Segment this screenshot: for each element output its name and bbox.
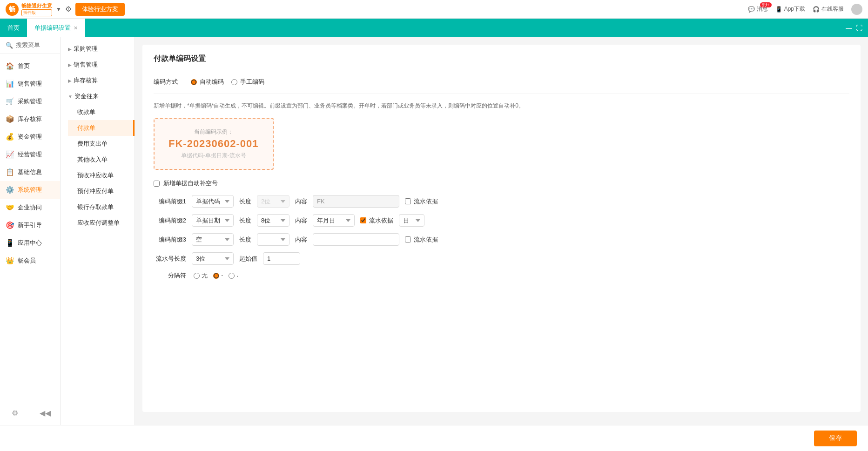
auto-zero-row: 新增单据自动补空号 [154,179,849,188]
prefix1-select[interactable]: 单据代码 [192,195,234,208]
basic-icon: 📋 [6,168,14,176]
tab-home-label: 首页 [7,24,20,32]
prefix3-content-label: 内容 [295,236,307,244]
settings-bottom-btn[interactable]: ⚙ [0,405,30,421]
gear-icon[interactable]: ⚙ [65,5,72,13]
sub-group-purchase-header[interactable]: ▶ 采购管理 [61,41,135,57]
sep-dash[interactable]: · [229,272,238,279]
message-item[interactable]: 💬 消息 99+ [748,5,768,13]
sidebar-item-operation[interactable]: 📈 经营管理 [0,146,60,163]
auto-zero-checkbox[interactable] [154,181,160,187]
service-icon: 🎧 [813,6,820,13]
sub-item-other-income[interactable]: 其他收入单 [68,152,135,168]
prefix3-content-input[interactable] [313,233,399,246]
sep-row: 分隔符 无 · · [154,271,849,280]
prefix1-stream-checkbox[interactable] [405,198,411,204]
operation-icon: 📈 [6,150,14,159]
sub-item-bank[interactable]: 银行存取款单 [68,199,135,215]
search-menu[interactable]: 🔍 搜索菜单 [0,37,60,54]
prefix2-len-select[interactable]: 8位 [257,214,289,227]
sep-options: 无 · · [194,271,238,280]
start-value-label: 起始值 [239,255,257,263]
sep-dash-radio[interactable] [229,273,235,279]
bottom-bar: 保存 [0,425,868,451]
sep-dot[interactable]: · [213,271,223,280]
sub-item-prepay-pay[interactable]: 预付冲应付单 [68,183,135,199]
prefix3-len-label: 长度 [239,236,251,244]
stream-len-select[interactable]: 3位 [192,252,234,265]
sep-dash-label: · [236,272,238,279]
prefix3-stream-check[interactable]: 流水依据 [405,236,438,244]
sep-none-radio[interactable] [194,273,200,279]
prefix2-len-label: 长度 [239,216,251,225]
logo-text: 畅捷通好生意 插件版 [21,2,52,16]
maximize-icon[interactable]: ⛶ [856,24,862,32]
sub-group-sales-header[interactable]: ▶ 销售管理 [61,57,135,73]
sub-group-sales: ▶ 销售管理 [61,57,135,73]
logo-icon: 畅 [6,3,19,16]
sub-item-adjustment[interactable]: 应收应付调整单 [68,215,135,231]
sep-none[interactable]: 无 [194,271,208,280]
inventory-arrow: ▶ [68,78,72,83]
manual-encode-label: 手工编码 [240,78,264,86]
sub-item-payment[interactable]: 付款单 [68,120,135,136]
prefix3-stream-checkbox[interactable] [405,236,411,242]
sep-dot-radio[interactable] [213,273,219,279]
tab-encoding-close[interactable]: ✕ [74,25,78,31]
sidebar-item-inventory[interactable]: 📦 库存核算 [0,110,60,128]
prefix2-day-select[interactable]: 日 [399,214,424,227]
purchase-icon: 🛒 [6,97,14,106]
topbar-right: 💬 消息 99+ 📱 App下载 🎧 在线客服 [748,4,862,15]
sub-group-capital: ▼ 资金往来 收款单 付款单 费用支出单 其他收入单 预收冲应收单 预付冲应付单… [61,88,135,231]
tab-home[interactable]: 首页 [0,19,27,37]
sub-item-receipt[interactable]: 收款单 [68,104,135,120]
prefix2-stream-checkbox[interactable] [360,217,366,223]
prefix2-select[interactable]: 单据日期 [192,214,234,227]
minimize-icon[interactable]: — [846,24,852,32]
app-download-item[interactable]: 📱 App下载 [775,5,805,13]
sep-dot-label: · [221,271,223,280]
experience-btn[interactable]: 体验行业方案 [75,3,125,16]
sub-item-expense[interactable]: 费用支出单 [68,136,135,152]
logo: 畅 畅捷通好生意 插件版 [6,2,52,16]
collapse-btn[interactable]: ◀◀ [30,405,61,421]
guide-icon: 🎯 [6,221,14,229]
sidebar-item-enterprise[interactable]: 🤝 企业协同 [0,199,60,216]
topbar-dropdown[interactable]: ▼ [56,6,61,13]
tab-encoding[interactable]: 单据编码设置 ✕ [27,19,85,37]
app-icon: 📱 [775,6,782,13]
content-card: 付款单编码设置 编码方式 自动编码 手工编码 新增单据时，*单据编码*自动生成，… [142,45,861,412]
sidebar-item-guide[interactable]: 🎯 新手引导 [0,216,60,234]
prefix1-stream-check[interactable]: 流水依据 [405,197,438,206]
prefix2-stream-check[interactable]: 流水依据 [360,216,393,225]
sidebar-item-enterprise-label: 企业协同 [18,203,42,212]
prefix2-content-select[interactable]: 年月日 [313,214,355,227]
prefix1-row: 编码前缀1 单据代码 长度 2位 内容 流水依据 [154,195,849,208]
sidebar-item-finance[interactable]: 💰 资金管理 [0,128,60,146]
prefix1-content-label: 内容 [295,197,307,206]
sub-group-capital-header[interactable]: ▼ 资金往来 [61,88,135,104]
sidebar-item-purchase[interactable]: 🛒 采购管理 [0,93,60,110]
sidebar-item-system[interactable]: ⚙️ 系统管理 [0,181,60,199]
preview-label: 当前编码示例： [168,128,259,136]
sidebar-item-basic[interactable]: 📋 基础信息 [0,163,60,181]
prefix3-select[interactable]: 空 [192,233,234,246]
sub-group-inventory-header[interactable]: ▶ 库存核算 [61,73,135,88]
auto-encode-option[interactable]: 自动编码 [191,78,224,86]
manual-encode-option[interactable]: 手工编码 [231,78,264,86]
sidebar-item-member[interactable]: 👑 畅会员 [0,252,60,269]
avatar[interactable] [851,4,862,15]
start-value-input[interactable] [263,252,300,265]
sidebar-item-home[interactable]: 🏠 首页 [0,57,60,75]
save-button[interactable]: 保存 [814,431,857,446]
prefix3-len-select[interactable] [257,233,289,246]
sidebar-item-apps[interactable]: 📱 应用中心 [0,234,60,252]
sub-item-prepay-recv[interactable]: 预收冲应收单 [68,168,135,183]
manual-encode-radio[interactable] [231,79,237,85]
dropdown-arrow: ▼ [56,6,61,13]
prefix3-stream-label: 流水依据 [414,236,438,244]
sidebar-item-sales[interactable]: 📊 销售管理 [0,75,60,93]
page-title: 付款单编码设置 [154,54,849,64]
online-service-item[interactable]: 🎧 在线客服 [813,5,844,13]
auto-encode-radio[interactable] [191,79,197,85]
